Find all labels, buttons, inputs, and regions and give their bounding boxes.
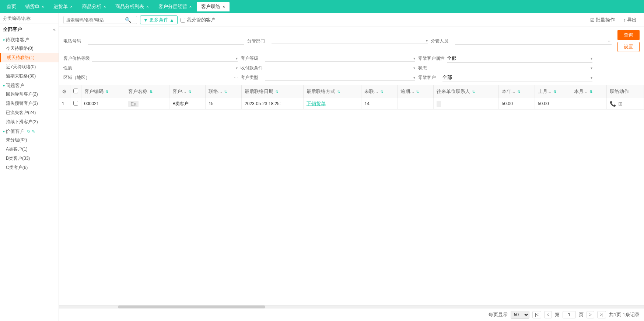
set-button[interactable]: 设置: [617, 42, 640, 52]
sidebar-item-b-class[interactable]: B类客户(33): [0, 154, 59, 163]
nav-tab-analysis[interactable]: 商品分析 ×: [78, 2, 110, 11]
filter-person-dots[interactable]: ···: [608, 38, 612, 44]
sidebar-item-churn-warning[interactable]: 流失预警客户(3): [0, 99, 59, 108]
td-last-method[interactable]: 下销货单: [303, 98, 361, 110]
sort-this-month-icon[interactable]: ⇅: [589, 90, 592, 94]
sidebar-item-c-class[interactable]: C类客户(6): [0, 163, 59, 172]
nav-tab-analysis-list[interactable]: 商品分析列表 ×: [111, 2, 153, 11]
main-search-input[interactable]: [66, 17, 125, 23]
filter-retail-customer-select[interactable]: 全部 ▾: [442, 73, 592, 82]
filter-nature-select[interactable]: ▾: [88, 65, 238, 71]
nav-tab-customer-contact[interactable]: 客户联络 ×: [197, 2, 229, 11]
sidebar-item-declining[interactable]: 持续下滑客户(2): [0, 117, 59, 127]
sidebar-item-churned[interactable]: 已流失客户(24): [0, 108, 59, 117]
scrollbar-thumb[interactable]: [118, 306, 265, 308]
gear-icon[interactable]: ⚙: [62, 89, 67, 94]
refresh-icon[interactable]: ↻: [27, 129, 30, 134]
filter-status-arrow: ▾: [591, 66, 592, 70]
filter-dept-select[interactable]: ▾: [272, 38, 428, 44]
sidebar-item-tomorrow[interactable]: 明天待联络(1): [0, 53, 59, 62]
sidebar-item-overdue[interactable]: 逾期未联络(30): [0, 72, 59, 81]
close-sales-icon[interactable]: ×: [42, 4, 44, 9]
filter-phone-input[interactable]: [88, 38, 244, 45]
per-page-select[interactable]: 50 100 200: [511, 311, 529, 319]
th-contact-count: 联络... ⇅: [206, 85, 242, 98]
table-body: 1 000021 Ea B类客户 15 2023-05-23 18:25: 下销…: [59, 98, 644, 110]
my-customer-checkbox[interactable]: [181, 18, 185, 23]
group-problem-customers[interactable]: ▾ 问题客户: [0, 81, 59, 90]
filter-row-2: 客户价格等级 ▾ 客户等级 ▾ 零散客户属性 全部: [63, 54, 640, 63]
nav-tab-purchase[interactable]: 进货单 ×: [49, 2, 77, 11]
th-checkbox[interactable]: [70, 85, 81, 98]
page-number-input[interactable]: [563, 311, 576, 318]
filter-region-dots[interactable]: ···: [234, 75, 238, 80]
td-checkbox[interactable]: [70, 98, 81, 110]
close-customer-contact-icon[interactable]: ×: [223, 4, 225, 9]
filter-price-level-select[interactable]: ▾: [92, 56, 238, 62]
sidebar-item-abnormal[interactable]: 回购异常客户(2): [0, 90, 59, 99]
sidebar-search-input[interactable]: [3, 16, 58, 21]
filter-retail-attr-arrow: ▾: [591, 56, 592, 61]
phone-action-icon[interactable]: 📞: [610, 101, 616, 107]
sort-overdue-icon[interactable]: ⇅: [416, 90, 419, 94]
main-search-icon[interactable]: 🔍: [125, 17, 131, 23]
filter-person-select[interactable]: ···: [455, 38, 612, 45]
export-button[interactable]: ↑ 导出: [621, 16, 640, 24]
select-all-checkbox[interactable]: [73, 89, 78, 93]
group-label-pending: 待联络客户: [6, 37, 29, 43]
filter-status-select[interactable]: ▾: [442, 65, 592, 71]
filter-status: 状态 ▾: [418, 65, 592, 71]
export-icon: ↑: [624, 17, 626, 23]
close-purchase-icon[interactable]: ×: [70, 4, 72, 9]
filter-payment-select[interactable]: ▾: [265, 65, 415, 71]
sort-contact-person-icon[interactable]: ⇅: [472, 90, 475, 94]
filter-region-select[interactable]: ···: [92, 74, 238, 81]
sidebar-item-a-class[interactable]: A类客户(1): [0, 145, 59, 154]
more-filters-button[interactable]: ▼ 更多条件 ▲: [140, 15, 178, 24]
sidebar-item-7days[interactable]: 近7天待联络(0): [0, 62, 59, 72]
horizontal-scrollbar[interactable]: [59, 305, 644, 308]
sort-last-method-icon[interactable]: ⇅: [337, 90, 340, 94]
last-method-link[interactable]: 下销货单: [307, 101, 326, 106]
sort-code-icon[interactable]: ⇅: [105, 90, 108, 94]
sort-type-icon[interactable]: ⇅: [188, 90, 191, 94]
nav-home[interactable]: 首页: [3, 2, 20, 11]
first-page-button[interactable]: |<: [532, 311, 541, 318]
sort-uncontacted-icon[interactable]: ⇅: [380, 90, 383, 94]
query-button[interactable]: 查询: [617, 30, 640, 40]
sidebar-item-today[interactable]: 今天待联络(0): [0, 44, 59, 53]
close-customer-tier-icon[interactable]: ×: [189, 4, 192, 9]
group-value-customers[interactable]: ▾ 价值客户 ↻ ✎: [0, 127, 59, 135]
filter-customer-type-select[interactable]: ▾: [265, 75, 415, 81]
sort-last-date-icon[interactable]: ⇅: [275, 90, 278, 94]
close-analysis-icon[interactable]: ×: [104, 4, 106, 9]
row-checkbox[interactable]: [73, 101, 78, 106]
bulk-action-button[interactable]: ☑ 批量操作: [587, 16, 618, 24]
my-customer-checkbox-wrap[interactable]: 我分管的客户: [181, 17, 216, 23]
sort-last-month-icon[interactable]: ⇅: [553, 90, 556, 94]
next-page-button[interactable]: >: [587, 311, 594, 318]
filter-retail-customer: 零散客户 全部 ▾: [418, 73, 592, 82]
filter-customer-level-select[interactable]: ▾: [265, 56, 415, 62]
filter-dept-arrow: ▾: [426, 39, 428, 43]
sidebar-item-ungrouped[interactable]: 未分组(32): [0, 135, 59, 145]
filter-region-label: 区域（地区）: [63, 75, 90, 81]
nav-tab-sales[interactable]: 销货单 ×: [21, 2, 48, 11]
sort-name-icon[interactable]: ⇅: [150, 90, 153, 94]
filter-price-level-label: 客户价格等级: [63, 55, 90, 62]
sort-this-year-icon[interactable]: ⇅: [517, 90, 520, 94]
prev-page-button[interactable]: <: [544, 311, 552, 318]
page-label: 第: [555, 311, 560, 318]
filter-retail-attr-select[interactable]: 全部 ▾: [447, 54, 592, 63]
grid-action-icon[interactable]: ⊞: [618, 101, 623, 107]
nav-tab-customer-tier[interactable]: 客户分层经营 ×: [154, 2, 196, 11]
th-gear[interactable]: ⚙: [59, 85, 70, 98]
all-customers-header[interactable]: 全部客户 «: [0, 24, 59, 35]
sort-contact-count-icon[interactable]: ⇅: [224, 90, 227, 94]
collapse-icon: «: [53, 27, 56, 32]
close-analysis-list-icon[interactable]: ×: [146, 4, 148, 9]
edit-icon[interactable]: ✎: [32, 129, 35, 134]
customer-table-wrap: ⚙ 客户编码 ⇅ 客户名称 ⇅: [59, 85, 644, 305]
group-pending-contact[interactable]: ▾ 待联络客户: [0, 35, 59, 44]
last-page-button[interactable]: >|: [597, 311, 606, 318]
